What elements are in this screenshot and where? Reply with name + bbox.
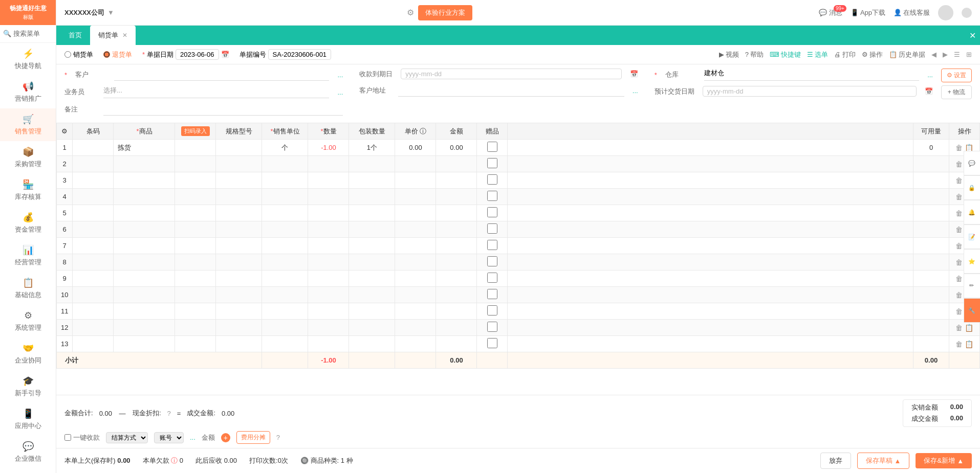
sidebar-search[interactable]: 🔍 搜索菜单 [0,25,56,43]
cell-price[interactable] [395,320,436,336]
cell-unit[interactable] [262,189,308,205]
delete-row-btn[interactable]: 🗑 [955,340,963,348]
trial-btn[interactable]: 体验行业方案 [418,5,472,20]
delete-row-btn[interactable]: 🗑 [955,160,963,168]
customer-dots[interactable]: ... [337,71,343,79]
add-payment-btn[interactable]: + [221,433,230,442]
cell-pack-qty[interactable] [349,205,395,221]
settings-btn[interactable]: ⚙ 设置 [941,69,972,82]
cell-price[interactable] [395,238,436,254]
customer-addr-input[interactable] [398,84,624,97]
cell-product[interactable] [114,271,175,287]
cell-unit[interactable] [262,238,308,254]
cell-unit[interactable] [262,172,308,189]
salesperson-dots[interactable]: ... [337,88,343,96]
cell-product[interactable] [114,205,175,221]
cell-spec[interactable] [216,205,262,221]
cell-amount[interactable] [436,205,477,221]
cell-unit[interactable]: 个 [262,140,308,156]
cell-note[interactable] [508,320,913,336]
save-new-btn[interactable]: 保存&新增 ▲ [916,453,972,468]
cell-barcode[interactable] [73,140,114,156]
cell-amount[interactable] [436,172,477,189]
tab-close-all-icon[interactable]: ✕ [969,31,976,40]
cell-barcode[interactable] [73,205,114,221]
cell-amount[interactable] [436,189,477,205]
cell-pack-qty[interactable] [349,320,395,336]
cell-spec[interactable] [216,238,262,254]
cell-gift[interactable] [477,172,508,189]
cell-spec[interactable] [216,140,262,156]
cell-spec[interactable] [216,303,262,320]
cell-price[interactable] [395,172,436,189]
cell-barcode[interactable] [73,320,114,336]
toolbar-history[interactable]: 📋历史单据 [889,50,925,59]
toolbar-print[interactable]: 🖨打印 [834,50,856,59]
calendar-icon[interactable]: 📅 [221,51,229,58]
cell-pack-qty[interactable] [349,271,395,287]
account-select[interactable]: 账号 [154,432,184,443]
cell-barcode[interactable] [73,221,114,238]
cell-qty[interactable] [308,156,349,172]
cell-price[interactable] [395,254,436,271]
cell-qty[interactable] [308,271,349,287]
order-no-value[interactable]: SA-20230606-001 [268,49,332,60]
cell-note[interactable] [508,189,913,205]
cell-barcode[interactable] [73,189,114,205]
cell-product[interactable] [114,254,175,271]
cell-pack-qty[interactable] [349,221,395,238]
cell-pack-qty[interactable]: 1个 [349,140,395,156]
cell-gift[interactable] [477,254,508,271]
cell-gift[interactable] [477,221,508,238]
cell-gift[interactable] [477,271,508,287]
cell-price[interactable] [395,271,436,287]
right-float-tool[interactable]: 🔧 [964,298,980,323]
delete-row-btn[interactable]: 🗑 [955,144,963,152]
sidebar-item-9[interactable]: 🤝 企业协同 [0,337,56,370]
copy-row-btn[interactable]: 📋 [965,340,973,348]
cell-unit[interactable] [262,221,308,238]
cell-barcode[interactable] [73,254,114,271]
cell-product[interactable] [114,303,175,320]
cell-note[interactable] [508,287,913,303]
cell-barcode[interactable] [73,172,114,189]
cell-product[interactable] [114,336,175,352]
cell-unit[interactable] [262,320,308,336]
save-draft-btn[interactable]: 保存草稿 ▲ [857,453,910,469]
sidebar-item-12[interactable]: 💬 企业微信 [0,436,56,468]
delivery-calendar-icon[interactable]: 📅 [925,87,933,95]
cell-product[interactable] [114,189,175,205]
sidebar-item-7[interactable]: 📋 基础信息 [0,272,56,305]
sidebar-item-8[interactable]: ⚙ 系统管理 [0,305,56,337]
cell-qty[interactable] [308,254,349,271]
delivery-date-input[interactable]: yyyy-mm-dd [703,86,917,97]
company-dropdown-icon[interactable]: ▼ [107,9,114,16]
right-float-lock[interactable]: 🔒 [964,175,980,200]
cell-product[interactable] [114,156,175,172]
delete-row-btn[interactable]: 🗑 [955,242,963,250]
customer-input[interactable] [114,69,329,81]
toolbar-view-grid[interactable]: ⊞ [966,51,972,58]
online-service-btn[interactable]: 👤 在线客服 [894,8,930,17]
radio-return[interactable]: 退货单 [103,50,132,59]
cell-amount[interactable] [436,254,477,271]
right-float-edit[interactable]: ✏ [964,274,980,298]
cell-product[interactable] [114,172,175,189]
delete-row-btn[interactable]: 🗑 [955,258,963,266]
cell-gift[interactable] [477,303,508,320]
cell-unit[interactable] [262,156,308,172]
copy-row-btn[interactable]: 📋 [965,324,973,332]
cell-price[interactable] [395,189,436,205]
cell-qty[interactable] [308,189,349,205]
cell-note[interactable] [508,336,913,352]
cell-gift[interactable] [477,287,508,303]
cell-amount[interactable] [436,156,477,172]
cell-price[interactable] [395,287,436,303]
cell-barcode[interactable] [73,271,114,287]
cell-pack-qty[interactable] [349,156,395,172]
cell-amount[interactable] [436,221,477,238]
cell-amount[interactable] [436,320,477,336]
cell-amount[interactable] [436,238,477,254]
account-dots[interactable]: ... [190,434,195,441]
company-selector[interactable]: XXXXXX公司 ▼ [64,8,403,17]
